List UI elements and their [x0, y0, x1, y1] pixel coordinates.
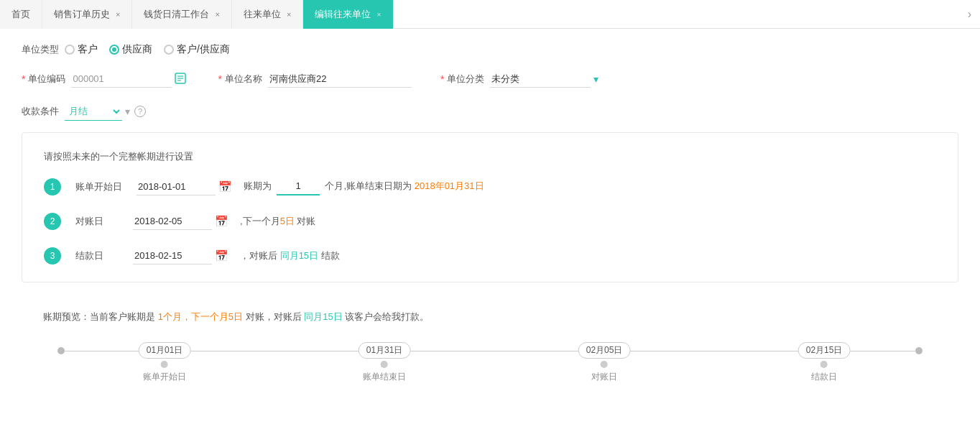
preview-part2: 下一个月5日: [191, 311, 243, 322]
condition-select[interactable]: 月结: [65, 102, 122, 121]
period-desc-1: 账期为 个月,账单结束日期为 2018年01月31日: [244, 178, 484, 196]
category-dropdown-icon[interactable]: ▾: [593, 73, 598, 85]
period-field-1: 账单开始日: [75, 180, 122, 193]
period-index-3: 3: [44, 247, 61, 264]
period-row-2: 2 对账日 📅 ,下一个月5日 对账: [44, 213, 936, 230]
name-required: *: [218, 73, 221, 85]
timeline-desc-4: 结款日: [811, 371, 837, 383]
period-box: 请按照未来的一个完整帐期进行设置 1 账单开始日 📅 账期为 个月,账单结束日期…: [22, 132, 958, 282]
date-wrap-1: 📅: [137, 178, 232, 196]
radio-customer-circle: [65, 45, 75, 55]
timeline-track: 01月01日 账单开始日 01月31日 账单结束日 02月05日 对账日 02月…: [50, 342, 930, 385]
tab-partners-close[interactable]: ×: [287, 10, 291, 19]
tab-edit-partner-close[interactable]: ×: [376, 10, 381, 19]
code-name-category-row: * 单位编码 * 单位名称 * 单位分类 ▾: [22, 70, 958, 88]
date-input-1[interactable]: [137, 178, 216, 196]
tab-partners-label: 往来单位: [244, 8, 281, 21]
tab-cash-work[interactable]: 钱货日清工作台 ×: [132, 0, 231, 29]
timeline-dot-4: [820, 361, 828, 368]
radio-both[interactable]: 客户/供应商: [164, 43, 230, 56]
timeline-start-dot: [57, 347, 65, 354]
period-field-2: 对账日: [75, 215, 119, 228]
timeline-point-1: 01月01日 账单开始日: [139, 342, 191, 383]
tab-sales-history-label: 销售订单历史: [54, 8, 110, 21]
radio-both-circle: [164, 45, 174, 55]
timeline-point-4: 02月15日 结款日: [798, 342, 851, 383]
code-select-button[interactable]: [172, 73, 189, 86]
preview-section: 账期预览：当前客户账期是 1个月，下一个月5日 对账，对账后 同月15日 该客户…: [22, 297, 958, 397]
timeline-dot-3: [601, 361, 608, 368]
calendar-icon-3[interactable]: 📅: [215, 249, 228, 262]
radio-supplier[interactable]: 供应商: [109, 43, 152, 56]
tab-edit-partner[interactable]: 编辑往来单位 ×: [303, 0, 393, 29]
preview-text: 账期预览：当前客户账期是 1个月，下一个月5日 对账，对账后 同月15日 该客户…: [43, 308, 937, 325]
month-input[interactable]: [277, 178, 320, 196]
tab-bar: 首页 销售订单历史 × 钱货日清工作台 × 往来单位 × 编辑往来单位 × ›: [0, 0, 980, 29]
timeline-container: 01月01日 账单开始日 01月31日 账单结束日 02月05日 对账日 02月…: [43, 342, 937, 385]
tab-partners[interactable]: 往来单位 ×: [232, 0, 303, 29]
period-row-3: 3 结款日 📅 ，对账后 同月15日 结款: [44, 247, 936, 264]
name-input[interactable]: [268, 70, 412, 88]
preview-part5: 该客户会给我打款。: [345, 311, 429, 322]
highlight-day-3: 同月15日: [280, 250, 318, 261]
radio-both-label: 客户/供应商: [177, 43, 230, 56]
period-desc-2: ,下一个月5日 对账: [240, 215, 315, 228]
period-title: 请按照未来的一个完整帐期进行设置: [44, 150, 936, 163]
tab-home-label: 首页: [11, 8, 30, 21]
period-index-1: 1: [44, 178, 61, 196]
tab-more-button[interactable]: ›: [959, 8, 980, 21]
period-field-3: 结款日: [75, 249, 119, 262]
preview-part3: 对账，对账后: [246, 311, 302, 322]
condition-label: 收款条件: [22, 105, 59, 118]
name-label: 单位名称: [225, 73, 262, 86]
code-label: 单位编码: [28, 73, 65, 86]
calendar-icon-1[interactable]: 📅: [218, 180, 232, 193]
period-desc-3: ，对账后 同月15日 结款: [240, 249, 340, 262]
radio-supplier-label: 供应商: [122, 43, 152, 56]
category-label: 单位分类: [447, 73, 484, 86]
preview-label: 账期预览：当前客户账期是: [43, 311, 155, 322]
condition-dropdown-icon[interactable]: ▾: [125, 106, 130, 117]
timeline-desc-2: 账单结束日: [363, 371, 406, 383]
date-wrap-2: 📅: [133, 213, 228, 230]
period-row-1: 1 账单开始日 📅 账期为 个月,账单结束日期为 2018年01月31日: [44, 178, 936, 196]
condition-row: 收款条件 月结 ▾ ?: [22, 102, 958, 121]
timeline-dot-1: [161, 361, 168, 368]
timeline-point-3: 02月05日 对账日: [578, 342, 631, 383]
timeline-dot-2: [381, 361, 388, 368]
condition-group: 收款条件 月结 ▾ ?: [22, 102, 146, 121]
code-group: * 单位编码: [22, 70, 189, 88]
preview-part4: 同月15日: [304, 311, 342, 322]
name-group: * 单位名称: [218, 70, 411, 88]
period-desc-suffix-1: 个月,账单结束日期为: [325, 180, 412, 191]
timeline-label-4: 02月15日: [798, 342, 851, 359]
category-group: * 单位分类 ▾: [440, 70, 598, 88]
tab-sales-history-close[interactable]: ×: [116, 10, 120, 19]
category-input[interactable]: [490, 70, 591, 88]
tab-sales-history[interactable]: 销售订单历史 ×: [42, 0, 132, 29]
radio-supplier-circle: [109, 45, 119, 55]
unit-type-row: 单位类型 客户 供应商 客户/供应商: [22, 43, 958, 56]
code-required: *: [22, 73, 25, 85]
tab-cash-work-close[interactable]: ×: [215, 10, 219, 19]
timeline-desc-3: 对账日: [591, 371, 617, 383]
timeline-point-2: 01月31日 账单结束日: [359, 342, 411, 383]
code-input[interactable]: [71, 70, 172, 88]
calendar-icon-2[interactable]: 📅: [215, 215, 228, 228]
unit-type-radio-group: 客户 供应商 客户/供应商: [65, 43, 230, 56]
timeline-line: [65, 351, 915, 351]
timeline-desc-1: 账单开始日: [143, 371, 186, 383]
unit-type-label: 单位类型: [22, 43, 59, 56]
main-content: 单位类型 客户 供应商 客户/供应商 * 单位编码: [0, 29, 980, 437]
preview-part1: 1个月，: [158, 311, 191, 322]
highlight-date-1: 2018年01月31日: [415, 180, 484, 191]
date-input-3[interactable]: [133, 247, 212, 264]
category-required: *: [440, 73, 444, 85]
tab-home[interactable]: 首页: [0, 0, 42, 29]
timeline-label-1: 01月01日: [139, 342, 191, 359]
radio-customer[interactable]: 客户: [65, 43, 98, 56]
tab-edit-partner-label: 编辑往来单位: [315, 8, 371, 21]
date-input-2[interactable]: [133, 213, 212, 230]
help-icon[interactable]: ?: [134, 106, 146, 117]
highlight-day-2: 5日: [280, 216, 295, 226]
